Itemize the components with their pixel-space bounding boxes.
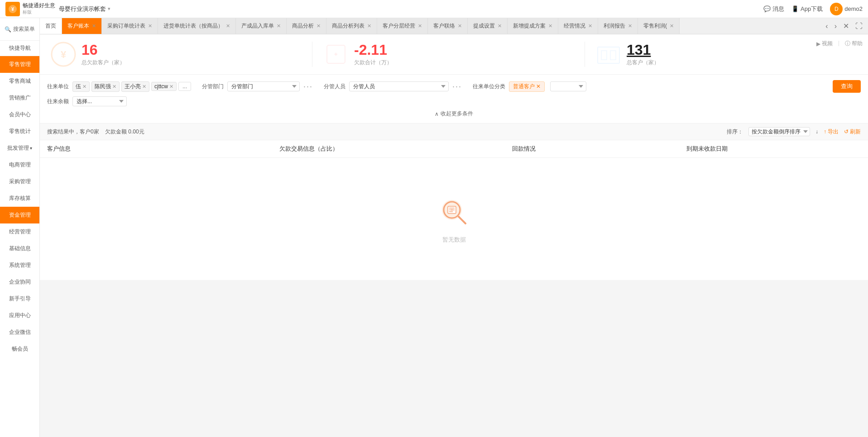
tab-purchase-order-stats[interactable]: 采购订单统计表 ✕ [102, 18, 158, 34]
sidebar-item-capital-manage[interactable]: 资金管理 [0, 207, 39, 223]
tab-customer-capital-close[interactable]: ✕ [92, 24, 96, 28]
tab-product-analysis[interactable]: 商品分析 ✕ [287, 18, 326, 34]
sidebar-item-retail-mall[interactable]: 零售商城 [0, 73, 39, 90]
sidebar-item-member-center[interactable]: 会员中心 [0, 106, 39, 123]
video-link[interactable]: ▶ 视频 [816, 40, 833, 48]
sidebar-item-wholesale-manage[interactable]: 批发管理 ▾ [0, 140, 39, 157]
result-actions: 排序： 按欠款金额倒序排序 ↓ ↑ 导出 ↺ 刷新 [727, 127, 861, 136]
tab-product-analysis-close[interactable]: ✕ [317, 24, 321, 28]
tab-customer-capital[interactable]: 客户账本 ✕ [62, 18, 102, 34]
tab-business-situation-close[interactable]: ✕ [588, 24, 592, 28]
sidebar-item-ecommerce-manage[interactable]: 电商管理 [0, 157, 39, 173]
tab-raise-settings[interactable]: 提成设置 ✕ [468, 18, 508, 34]
refresh-button[interactable]: ↺ 刷新 [844, 128, 861, 136]
sidebar-item-system-manage[interactable]: 系统管理 [0, 257, 39, 274]
sidebar-item-retail-stats-label: 零售统计 [9, 128, 31, 134]
sidebar-item-retail-manage[interactable]: 零售管理 [0, 56, 39, 73]
tab-production-inbound[interactable]: 产成品入库单 ✕ [236, 18, 287, 34]
credit-amount-text: 欠款金额 0.00元 [105, 128, 144, 135]
company-filter-tags: 伍 ✕ 陈民强 ✕ 王小亮 ✕ cjttcw ✕ [72, 81, 191, 92]
sidebar-item-enterprise-wechat-label: 企业微信 [9, 329, 31, 335]
tab-business-situation[interactable]: 经营情况 ✕ [558, 18, 598, 34]
tab-customer-contact[interactable]: 客户联络 ✕ [428, 18, 468, 34]
tab-product-analysis-label: 商品分析 [292, 22, 314, 30]
table-header-customer-info: 客户信息 [47, 145, 279, 153]
balance-filter-label: 往来余额 [47, 98, 69, 105]
company-type-select[interactable] [550, 81, 586, 91]
stat-label-credit-customers: 总欠款客户（家） [82, 59, 125, 66]
sidebar-item-wholesale-label: 批发管理 [7, 144, 29, 152]
sidebar-item-enterprise-wechat[interactable]: 企业微信 [0, 324, 39, 341]
sidebar-item-marketing[interactable]: 营销推广 [0, 90, 39, 106]
tab-prev-button[interactable]: ‹ [824, 21, 830, 31]
app-download-button[interactable]: 📱 App下载 [791, 5, 823, 13]
tab-next-button[interactable]: › [833, 21, 839, 31]
empty-icon [436, 194, 472, 230]
sidebar-item-app-center-label: 应用中心 [9, 312, 31, 318]
help-link[interactable]: ⓘ 帮助 [845, 40, 863, 48]
sidebar-item-operations-manage[interactable]: 经营管理 [0, 223, 39, 240]
sidebar-item-app-center[interactable]: 应用中心 [0, 307, 39, 324]
company-tag-wang-remove[interactable]: ✕ [142, 84, 146, 90]
main-layout: 🔍 搜索菜单 快捷导航 零售管理 零售商城 营销推广 会员中心 零售统计 批发管… [0, 18, 868, 437]
tab-purchase-order-stats-close[interactable]: ✕ [148, 24, 152, 28]
sidebar-item-purchase-manage[interactable]: 采购管理 [0, 173, 39, 190]
tab-profit-report-close[interactable]: ✕ [628, 24, 632, 28]
tab-product-analysis-list[interactable]: 商品分析列表 ✕ [326, 18, 377, 34]
sidebar-item-inventory-check[interactable]: 库存核算 [0, 190, 39, 207]
search-menu-button[interactable]: 🔍 搜索菜单 [4, 23, 36, 36]
tab-profit-report[interactable]: 利润报告 ✕ [598, 18, 638, 34]
filter-row-2: 往来余额 选择... [47, 96, 861, 106]
store-selector[interactable]: 母婴行业演示帐套 ▾ [59, 5, 110, 13]
tab-retail-profit[interactable]: 零售利润( ✕ [638, 18, 680, 34]
tab-fullscreen-button[interactable]: ⛶ [854, 21, 864, 31]
company-type-tag-remove[interactable]: ✕ [536, 83, 541, 90]
quick-nav-label: 快捷导航 [9, 45, 31, 51]
company-tag-cjttcw-remove[interactable]: ✕ [169, 84, 173, 90]
sidebar-item-retail-stats[interactable]: 零售统计 [0, 123, 39, 140]
tab-production-inbound-close[interactable]: ✕ [277, 24, 281, 28]
tab-product-analysis-list-close[interactable]: ✕ [367, 24, 371, 28]
sidebar-item-basic-info[interactable]: 基础信息 [0, 240, 39, 257]
sort-select[interactable]: 按欠款金额倒序排序 [748, 127, 810, 136]
manager-more-icon[interactable]: ··· [452, 82, 462, 91]
company-tag-chen-remove[interactable]: ✕ [112, 84, 116, 90]
help-icon: ⓘ [845, 40, 850, 48]
department-more-icon[interactable]: ··· [303, 82, 313, 91]
filter-area: 往来单位 伍 ✕ 陈民强 ✕ 王小亮 ✕ [40, 75, 868, 124]
sidebar-item-new-guide[interactable]: 新手引导 [0, 290, 39, 307]
tab-customer-segment-close[interactable]: ✕ [418, 24, 422, 28]
export-label: 导出 [828, 128, 839, 136]
tab-customer-contact-close[interactable]: ✕ [458, 24, 462, 28]
content-area: 首页 客户账本 ✕ 采购订单统计表 ✕ 进货单统计表（按商品） ✕ 产成品入库单… [40, 18, 868, 437]
tab-home[interactable]: 首页 [40, 18, 62, 34]
collapse-button[interactable]: ∧ 收起更多条件 [47, 110, 861, 118]
tab-raise-settings-close[interactable]: ✕ [498, 24, 502, 28]
company-more-button[interactable]: ... [178, 82, 191, 91]
export-button[interactable]: ↑ 导出 [824, 128, 839, 136]
tab-production-inbound-label: 产成品入库单 [241, 22, 274, 30]
messages-button[interactable]: 💬 消息 [763, 5, 784, 13]
sidebar-item-enterprise-coop[interactable]: 企业协同 [0, 274, 39, 290]
tab-retail-profit-close[interactable]: ✕ [670, 24, 674, 28]
tab-bar: 首页 客户账本 ✕ 采购订单统计表 ✕ 进货单统计表（按商品） ✕ 产成品入库单… [40, 18, 868, 34]
sidebar-item-vip-member[interactable]: 畅会员 [0, 341, 39, 357]
tab-inbound-stats-close[interactable]: ✕ [226, 24, 230, 28]
sidebar-item-capital-label: 资金管理 [9, 212, 31, 218]
tab-product-analysis-list-label: 商品分析列表 [332, 22, 364, 30]
query-button[interactable]: 查询 [833, 80, 861, 93]
quick-nav-button[interactable]: 快捷导航 [0, 41, 39, 56]
manager-filter-label: 分管人员 [324, 83, 345, 90]
tab-new-raise-plan[interactable]: 新增提成方案 ✕ [508, 18, 558, 34]
sidebar: 🔍 搜索菜单 快捷导航 零售管理 零售商城 营销推广 会员中心 零售统计 批发管… [0, 18, 40, 437]
tab-customer-segment[interactable]: 客户分层经营 ✕ [377, 18, 428, 34]
tab-close-all-button[interactable]: ✕ [841, 21, 851, 31]
tab-inbound-stats[interactable]: 进货单统计表（按商品） ✕ [158, 18, 236, 34]
sidebar-item-ecommerce-label: 电商管理 [9, 162, 31, 168]
company-tag-wu-remove[interactable]: ✕ [82, 84, 86, 90]
balance-select[interactable]: 选择... [72, 96, 127, 106]
manager-select[interactable]: 分管人员 [349, 81, 449, 91]
department-select[interactable]: 分管部门 [227, 81, 300, 91]
user-profile[interactable]: D demo2 [830, 3, 863, 15]
tab-new-raise-plan-close[interactable]: ✕ [548, 24, 552, 28]
